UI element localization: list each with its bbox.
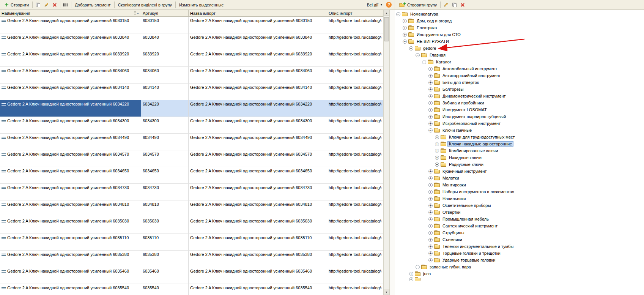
tree-item-partial[interactable]: + — [395, 277, 644, 281]
tree-item[interactable]: +Болторезы — [395, 86, 644, 93]
cell-article[interactable]: 6035030 — [141, 217, 189, 233]
tree-item[interactable]: +Промышленная мебель — [395, 216, 644, 222]
expand-icon[interactable]: + — [428, 67, 433, 71]
table-row[interactable]: Gedore 2 A Ключ накидной односторонний у… — [0, 84, 383, 100]
tree-item[interactable]: +Накидные ключи — [395, 154, 644, 161]
cell-article[interactable]: 6033920 — [141, 50, 189, 66]
copy-item-button[interactable] — [34, 1, 42, 9]
scrollbar-thumb[interactable] — [384, 17, 389, 41]
cell-article[interactable]: 6034220 — [141, 100, 189, 117]
expand-icon[interactable]: + — [428, 251, 433, 256]
tree-item[interactable]: +Ключи для труднодоступных мест — [395, 134, 644, 140]
cell-article[interactable]: 6035110 — [141, 234, 189, 250]
cell-name[interactable]: Gedore 2 A Ключ накидной односторонний у… — [0, 50, 141, 66]
cell-name[interactable]: Gedore 2 A Ключ накидной односторонний у… — [0, 200, 141, 217]
cell-import-desc[interactable]: http://gedore-tool.ru/catalog/d... — [327, 33, 383, 50]
panel-splitter[interactable] — [390, 10, 395, 295]
cell-import-desc[interactable]: http://gedore-tool.ru/catalog/d... — [327, 117, 383, 133]
table-row[interactable]: Gedore 2 A Ключ накидной односторонний у… — [0, 217, 383, 234]
expand-icon[interactable]: + — [428, 224, 433, 228]
histogram-button[interactable] — [61, 1, 70, 9]
tree-item[interactable]: +juco — [395, 270, 644, 277]
tree-item[interactable]: +Електрика — [395, 24, 644, 31]
cell-article[interactable]: 6035380 — [141, 251, 189, 267]
tree-item[interactable]: +Напильники — [395, 195, 644, 202]
cell-import-name[interactable]: Gedore 2 A Ключ накидной односторонний у… — [189, 234, 327, 250]
edit-item-button[interactable] — [42, 1, 50, 9]
table-row[interactable]: Gedore 2 A Ключ накидной односторонний у… — [0, 33, 383, 50]
table-row[interactable]: Gedore 2 A Ключ накидной односторонний у… — [0, 184, 383, 200]
tree-item[interactable]: +Искробезопасный инструмент — [395, 120, 644, 127]
cell-import-name[interactable]: Gedore 2 A Ключ накидной односторонний у… — [189, 267, 327, 284]
expand-icon[interactable]: + — [428, 176, 433, 180]
delete-item-button[interactable] — [50, 1, 59, 9]
cell-article[interactable]: 6034650 — [141, 167, 189, 183]
expand-icon[interactable]: + — [428, 87, 433, 91]
edit-group-button[interactable] — [442, 1, 450, 9]
cell-import-desc[interactable]: http://gedore-tool.ru/catalog/d... — [327, 251, 383, 267]
cell-import-desc[interactable]: http://gedore-tool.ru/catalog/d... — [327, 267, 383, 284]
expand-icon[interactable]: + — [428, 204, 433, 208]
tree-item[interactable]: +Ключи накидные односторонние — [395, 140, 644, 147]
cell-name[interactable]: Gedore 2 A Ключ накидной односторонний у… — [0, 17, 141, 33]
cell-name[interactable]: Gedore 2 A Ключ накидной односторонний у… — [0, 217, 141, 233]
tree-item[interactable]: +Биты для отверток — [395, 79, 644, 86]
tree-item[interactable]: +Антикоррозийный инструмент — [395, 72, 644, 79]
cell-name[interactable]: Gedore 2 A Ключ накидной односторонний у… — [0, 67, 141, 83]
expand-icon[interactable]: + — [428, 183, 433, 187]
cell-article[interactable]: 6035540 — [141, 284, 189, 295]
expand-icon[interactable]: + — [428, 190, 433, 194]
column-header-import-desc[interactable]: Опис імпорт — [327, 10, 383, 16]
cell-import-name[interactable]: Gedore 2 A Ключ накидной односторонний у… — [189, 17, 327, 33]
cell-import-name[interactable]: Gedore 2 A Ключ накидной односторонний у… — [189, 84, 327, 100]
cell-import-desc[interactable]: http://gedore-tool.ru/catalog/d... — [327, 134, 383, 150]
cell-name[interactable]: Gedore 2 A Ключ накидной односторонний у… — [0, 234, 141, 250]
tree-item[interactable]: −Ключи гаечные — [395, 127, 644, 134]
cell-import-desc[interactable]: http://gedore-tool.ru/catalog/d... — [327, 100, 383, 117]
cell-name[interactable]: Gedore 2 A Ключ накидной односторонний у… — [0, 100, 141, 117]
cell-import-name[interactable]: Gedore 2 A Ключ накидной односторонний у… — [189, 150, 327, 167]
delete-group-button[interactable] — [458, 1, 467, 9]
table-row[interactable]: Gedore 2 A Ключ накидной односторонний у… — [0, 251, 383, 267]
cell-import-name[interactable]: Gedore 2 A Ключ накидной односторонний у… — [189, 284, 327, 295]
cell-article[interactable]: 6035460 — [141, 267, 189, 284]
expand-icon[interactable]: + — [428, 115, 433, 119]
cell-import-name[interactable]: Gedore 2 A Ключ накидной односторонний у… — [189, 217, 327, 233]
scroll-up-icon[interactable]: ▲ — [384, 10, 389, 16]
cell-import-name[interactable]: Gedore 2 A Ключ накидной односторонний у… — [189, 200, 327, 217]
cell-import-name[interactable]: Gedore 2 A Ключ накидной односторонний у… — [189, 117, 327, 133]
tree-item[interactable]: +Тележки инструментальные и тумбы — [395, 243, 644, 250]
expand-icon[interactable]: + — [428, 94, 433, 98]
table-row[interactable]: Gedore 2 A Ключ накидной односторонний у… — [0, 117, 383, 134]
copy-group-button[interactable] — [450, 1, 458, 9]
collapse-icon[interactable]: − — [403, 39, 407, 44]
tree-item[interactable]: −Номенклатура — [395, 11, 644, 17]
table-row[interactable]: Gedore 2 A Ключ накидной односторонний у… — [0, 200, 383, 217]
tree-item[interactable]: +Инструмент LOSOMAT — [395, 106, 644, 113]
vertical-scrollbar[interactable]: ▲ ▼ — [383, 10, 390, 295]
cell-import-desc[interactable]: http://gedore-tool.ru/catalog/d... — [327, 50, 383, 66]
table-row[interactable]: Gedore 2 A Ключ накидной односторонний у… — [0, 267, 383, 284]
cell-import-desc[interactable]: http://gedore-tool.ru/catalog/d... — [327, 184, 383, 200]
table-row[interactable]: Gedore 2 A Ключ накидной односторонний у… — [0, 50, 383, 67]
cell-import-desc[interactable]: http://gedore-tool.ru/catalog/d... — [327, 67, 383, 83]
expand-icon[interactable]: + — [428, 169, 433, 174]
tree-item[interactable]: +Монтировки — [395, 181, 644, 188]
cell-name[interactable]: Gedore 2 A Ключ накидной односторонний у… — [0, 284, 141, 295]
cell-name[interactable]: Gedore 2 A Ключ накидной односторонний у… — [0, 134, 141, 150]
cell-article[interactable]: 6034060 — [141, 67, 189, 83]
cell-article[interactable]: 6034140 — [141, 84, 189, 100]
cell-import-desc[interactable]: http://gedore-tool.ru/catalog/d... — [327, 234, 383, 250]
column-header-import-name[interactable]: Назва імпорт — [189, 10, 327, 16]
table-row[interactable]: Gedore 2 A Ключ накидной односторонний у… — [0, 17, 383, 33]
table-row[interactable]: Gedore 2 A Ключ накидной односторонний у… — [0, 134, 383, 150]
tree-item[interactable]: +Динамометрический инструмент — [395, 93, 644, 99]
scroll-down-icon[interactable]: ▼ — [384, 289, 389, 295]
cell-article[interactable]: 6034570 — [141, 150, 189, 167]
expand-icon[interactable]: + — [435, 142, 439, 146]
cell-name[interactable]: Gedore 2 A Ключ накидной односторонний у… — [0, 117, 141, 133]
collapse-icon[interactable]: − — [422, 60, 426, 64]
cell-name[interactable]: Gedore 2 A Ключ накидной односторонний у… — [0, 167, 141, 183]
cell-article[interactable]: 6030150 — [141, 17, 189, 33]
expand-icon[interactable]: + — [409, 277, 413, 281]
